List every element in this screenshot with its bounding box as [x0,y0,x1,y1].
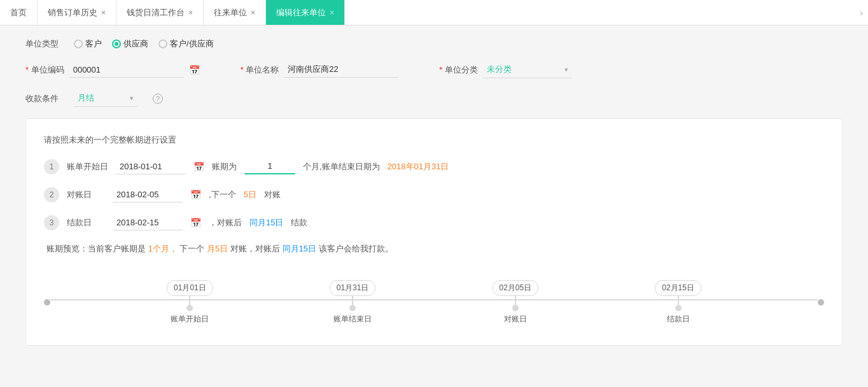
unit-name-field: 单位名称 [241,62,399,78]
payment-help-icon[interactable]: ? [153,94,163,104]
tabs-bar: 首页 销售订单历史 × 钱货日清工作台 × 往来单位 × 编辑往来单位 × › [0,0,868,25]
preview-middle: 下一个 [179,244,204,253]
radio-customer[interactable]: 客户 [74,38,102,50]
radio-both-circle [158,39,167,48]
period-desc-suffix-1: 个月,账单结束日期为 [303,161,380,172]
preview-highlight-3: 同月15日 [283,244,316,253]
period-date-input-2[interactable] [113,187,183,202]
unit-class-field: 单位分类 未分类 ▾ [439,61,572,78]
tab-sales-history[interactable]: 销售订单历史 × [38,0,116,25]
period-num-1: 1 [44,159,59,174]
timeline-node-2: 01月31日 账单结束日 [330,280,376,325]
payment-select[interactable]: 月结 ▾ [74,90,137,107]
payment-label: 收款条件 [25,93,59,104]
unit-code-icon[interactable]: 📅 [189,65,200,75]
period-number-input[interactable] [244,158,295,174]
timeline-pill-4: 02月15日 [655,280,701,296]
unit-class-label: 单位分类 [439,64,478,76]
period-num-3: 3 [44,215,59,230]
radio-supplier-circle [112,39,121,48]
tab-sales-history-close[interactable]: × [101,8,106,17]
timeline-points: 01月01日 账单开始日 01月31日 账单结束日 02月05日 [44,280,824,325]
radio-supplier-label: 供应商 [123,38,148,50]
timeline-dot-2 [349,305,356,311]
tab-cash-work-close[interactable]: × [188,8,193,17]
period-cal-icon-3[interactable]: 📅 [190,218,201,228]
radio-customer-label: 客户 [85,38,102,50]
tab-home-label: 首页 [10,7,27,18]
unit-type-label: 单位类型 [25,38,59,50]
period-row-3: 3 结款日 📅 ，对账后 同月15日 结款 [44,215,824,230]
timeline-label-2: 账单结束日 [333,314,372,325]
radio-supplier[interactable]: 供应商 [112,38,148,50]
tabs-more-arrow[interactable]: › [855,0,868,25]
timeline-node-1: 01月01日 账单开始日 [167,280,213,325]
timeline-end-dot [818,299,824,306]
timeline-pill-2: 01月31日 [330,280,376,296]
period-label-2: 对账日 [67,189,105,201]
timeline-label-4: 结款日 [667,314,690,325]
unit-class-arrow-icon: ▾ [564,66,568,74]
unit-code-field: 单位编码 📅 [25,62,200,78]
timeline-connector-1 [189,296,190,305]
unit-code-label: 单位编码 [25,64,64,76]
period-num-2: 2 [44,187,59,202]
tab-sales-history-label: 销售订单历史 [48,7,97,18]
timeline-connector-2 [352,296,353,305]
period-label-3: 结款日 [67,217,105,229]
tab-cash-work[interactable]: 钱货日清工作台 × [116,0,204,25]
tab-edit-partner[interactable]: 编辑往来单位 × [266,0,345,25]
tab-edit-partner-label: 编辑往来单位 [276,7,326,18]
period-desc-prefix-2: ,下一个 [209,189,236,201]
timeline-dot-1 [186,305,193,311]
period-section: 请按照未来的一个完整帐期进行设置 1 账单开始日 📅 账期为 个月,账单结束日期… [25,118,843,346]
period-cal-icon-1[interactable]: 📅 [193,162,204,172]
preview-middle2: 对账，对账后 [230,244,280,253]
timeline-node-3: 02月05日 对账日 [493,280,539,325]
timeline-label-3: 对账日 [504,314,527,325]
timeline-pill-1: 01月01日 [167,280,213,296]
period-cal-icon-2[interactable]: 📅 [190,190,201,200]
preview-text: 账期预览：当前客户账期是 1个月， 下一个 月5日 对账，对账后 同月15日 该… [44,243,824,255]
timeline-dot-3 [512,305,519,311]
unit-name-input[interactable] [284,62,398,78]
period-desc-suffix-3: 结款 [291,217,307,229]
page-content: 单位类型 客户 供应商 客户/供应商 单位编码 📅 单位名称 [0,25,868,387]
tab-home[interactable]: 首页 [0,0,38,25]
tab-partner[interactable]: 往来单位 × [204,0,266,25]
period-desc-prefix-1: 账期为 [212,161,237,172]
payment-row: 收款条件 月结 ▾ ? [25,90,843,107]
period-row-1: 1 账单开始日 📅 账期为 个月,账单结束日期为 2018年01月31日 [44,158,824,174]
tab-cash-work-label: 钱货日清工作台 [127,7,185,18]
period-desc-suffix-2: 对账 [264,189,281,201]
period-date-input-1[interactable] [116,159,186,174]
period-highlight-2: 5日 [244,189,256,201]
period-highlight-1: 2018年01月31日 [388,161,449,172]
preview-prefix: 账期预览：当前客户账期是 [46,244,146,253]
timeline-start-dot [44,299,50,306]
timeline-node-4: 02月15日 结款日 [655,280,701,325]
preview-suffix: 该客户会给我打款。 [319,244,393,253]
timeline: 01月01日 账单开始日 01月31日 账单结束日 02月05日 [44,270,824,330]
unit-class-select[interactable]: 未分类 ▾ [483,61,572,78]
radio-both[interactable]: 客户/供应商 [158,38,214,50]
payment-value: 月结 [78,92,127,104]
timeline-connector-4 [678,296,679,305]
period-row-2: 2 对账日 📅 ,下一个 5日 对账 [44,187,824,202]
preview-highlight-2: 月5日 [207,244,228,253]
unit-type-radio-group: 客户 供应商 客户/供应商 [74,38,214,50]
section-title: 请按照未来的一个完整帐期进行设置 [44,134,824,146]
radio-both-label: 客户/供应商 [170,38,214,50]
tab-partner-label: 往来单位 [214,7,247,18]
timeline-connector-3 [515,296,516,305]
tab-partner-close[interactable]: × [251,8,255,17]
tab-edit-partner-close[interactable]: × [330,8,334,17]
unit-code-input[interactable] [69,62,184,78]
payment-arrow-icon: ▾ [130,94,134,102]
timeline-pill-3: 02月05日 [493,280,539,296]
radio-customer-circle [74,39,83,48]
unit-type-row: 单位类型 客户 供应商 客户/供应商 [25,38,843,50]
preview-highlight-1: 1个月， [148,244,178,253]
period-date-input-3[interactable] [113,215,183,230]
period-desc-prefix-3: ，对账后 [209,217,242,229]
